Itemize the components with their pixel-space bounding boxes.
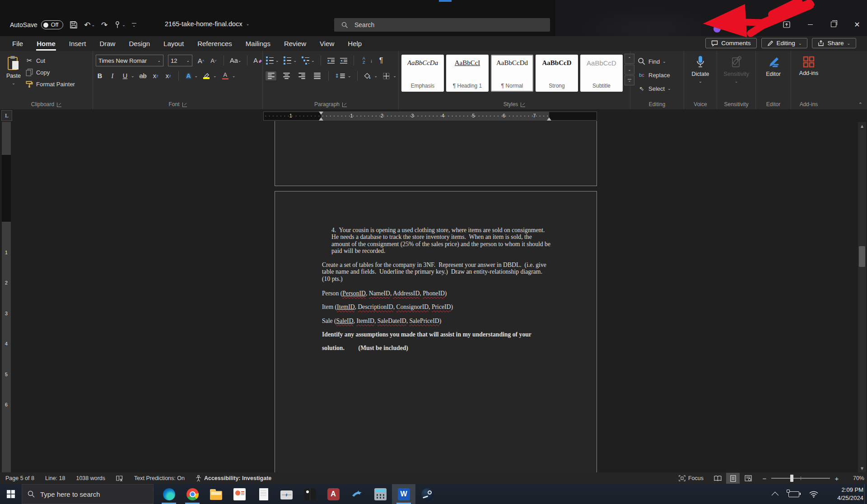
page-previous[interactable] (275, 121, 597, 186)
taskbar-app-word[interactable]: W (392, 484, 415, 504)
collapse-ribbon-button[interactable]: ⌃ (858, 102, 862, 107)
redo-button[interactable]: ↷ (101, 21, 107, 29)
taskbar-app-powerpoint[interactable] (228, 484, 251, 504)
strikethrough-button[interactable]: ab (139, 71, 147, 80)
zoom-out-button[interactable]: − (761, 475, 768, 482)
text-predictions[interactable]: Text Predictions: On (129, 475, 190, 481)
style-heading1[interactable]: AaBbCcI¶ Heading 1 (446, 55, 489, 92)
italic-button[interactable]: I (108, 71, 117, 80)
dialog-launcher-icon[interactable] (342, 103, 347, 107)
show-hide-paragraph-button[interactable]: ¶ (377, 56, 385, 65)
taskbar-app-steam[interactable] (415, 484, 439, 504)
taskbar-app-dolphin[interactable] (345, 484, 368, 504)
tray-chevron-icon[interactable] (772, 491, 779, 499)
print-layout-button[interactable] (726, 473, 740, 484)
battery-icon[interactable] (788, 491, 799, 497)
borders-button[interactable] (382, 71, 390, 80)
horizontal-ruler[interactable]: 1 1234567 (263, 112, 597, 121)
taskbar-app-edge[interactable] (157, 484, 181, 504)
multilevel-list-button[interactable] (301, 56, 309, 65)
scrollbar-thumb[interactable] (859, 246, 865, 267)
tab-mailings[interactable]: Mailings (240, 37, 276, 50)
font-name-combobox[interactable]: Times New Romar ⌄ (96, 55, 163, 66)
save-button[interactable] (70, 21, 78, 29)
numbering-button[interactable] (284, 56, 292, 65)
document-text[interactable]: 4. Your cousin is opening a used clothin… (322, 227, 551, 359)
tab-stop-selector[interactable]: L (1, 110, 12, 121)
task-search-box[interactable]: Type here to search (22, 484, 154, 504)
superscript-button[interactable]: x2 (164, 71, 172, 80)
web-layout-button[interactable] (741, 473, 755, 484)
shading-button[interactable] (364, 71, 372, 80)
text-effects-button[interactable]: A (185, 71, 193, 80)
taskbar-app-calculator[interactable] (368, 484, 392, 504)
taskbar-app-file-explorer[interactable] (204, 484, 228, 504)
tab-view[interactable]: View (314, 37, 340, 50)
dialog-launcher-icon[interactable] (182, 103, 187, 107)
scroll-down-arrow[interactable]: ▼ (858, 464, 866, 472)
taskbar-app-nintendo-switch[interactable] (298, 484, 322, 504)
clear-formatting-button[interactable]: A (253, 56, 262, 65)
accessibility-status[interactable]: Accessibility: Investigate (190, 475, 277, 482)
first-line-indent-marker[interactable] (319, 112, 323, 115)
ribbon-display-options-button[interactable] (780, 19, 793, 30)
scroll-up-arrow[interactable]: ▲ (858, 122, 866, 130)
clock[interactable]: 2:09 PM 4/25/2024 (828, 486, 863, 502)
align-right-button[interactable] (296, 71, 307, 80)
undo-button[interactable]: ↶⌄ (84, 21, 95, 29)
hanging-indent-marker[interactable] (319, 117, 323, 121)
tab-layout[interactable]: Layout (158, 37, 190, 50)
zoom-slider[interactable] (771, 478, 830, 479)
line-indicator[interactable]: Line: 18 (40, 475, 70, 481)
close-button[interactable]: ✕ (851, 19, 863, 30)
avatar[interactable] (713, 25, 721, 33)
style-emphasis[interactable]: AaBbCcDaEmphasis (401, 55, 444, 92)
document-title[interactable]: 2165-take-home-final.docx ⌄ (165, 20, 249, 28)
focus-mode-button[interactable]: Focus (673, 475, 709, 481)
tab-help[interactable]: Help (342, 37, 368, 50)
line-spacing-button[interactable]: ↕ (335, 71, 345, 80)
dialog-launcher-icon[interactable] (521, 103, 525, 107)
sort-button[interactable]: AZ (360, 56, 368, 65)
taskbar-app-chrome[interactable] (181, 484, 204, 504)
page-current[interactable]: 4. Your cousin is opening a used clothin… (275, 191, 597, 473)
tab-references[interactable]: References (191, 37, 238, 50)
tab-file[interactable]: File (6, 37, 29, 50)
read-mode-button[interactable] (711, 473, 724, 484)
underline-button[interactable]: U (121, 71, 129, 80)
grow-font-button[interactable]: A˄ (197, 56, 205, 65)
style-strong[interactable]: AaBbCcDStrong (536, 55, 578, 92)
taskbar-app-access[interactable]: A (322, 484, 345, 504)
justify-button[interactable] (312, 71, 322, 80)
dictate-button[interactable]: Dictate ⌄ (688, 54, 713, 85)
select-button[interactable]: ⇖ Select ⌄ (637, 83, 672, 94)
replace-button[interactable]: bc Replace (637, 69, 672, 81)
vertical-ruler[interactable]: 123456 (2, 122, 11, 472)
bullets-button[interactable] (266, 56, 274, 65)
vertical-scrollbar[interactable]: ▲ ▼ (858, 122, 866, 472)
align-center-button[interactable] (281, 71, 292, 80)
subscript-button[interactable]: x2 (152, 71, 160, 80)
tab-review[interactable]: Review (278, 37, 312, 50)
dialog-launcher-icon[interactable] (57, 103, 61, 107)
style-subtitle[interactable]: AaBbCcDSubtitle (580, 55, 623, 92)
find-button[interactable]: Find ⌄ (637, 56, 672, 67)
page-indicator[interactable]: Page 5 of 8 (0, 475, 40, 481)
align-left-button[interactable] (266, 71, 276, 80)
start-button[interactable] (0, 484, 22, 504)
change-case-button[interactable]: Aa⌄ (230, 56, 241, 65)
format-painter-button[interactable]: Format Painter (24, 78, 76, 90)
restore-button[interactable] (827, 19, 840, 30)
style-normal[interactable]: AaBbCcDd¶ Normal (491, 55, 533, 92)
copy-button[interactable]: Copy (24, 66, 76, 78)
show-desktop-button[interactable] (864, 484, 867, 504)
cut-button[interactable]: ✂ Cut (24, 55, 76, 66)
customize-quick-access-button[interactable]: ⌄ (132, 23, 136, 27)
bold-button[interactable]: B (96, 71, 104, 80)
word-count[interactable]: 1038 words (70, 475, 111, 481)
shrink-font-button[interactable]: A˅ (210, 56, 218, 65)
zoom-in-button[interactable]: + (834, 475, 840, 482)
touch-mouse-mode-button[interactable]: ⌄ (114, 21, 126, 29)
increase-indent-button[interactable] (340, 56, 348, 65)
highlight-color-button[interactable] (202, 71, 210, 80)
